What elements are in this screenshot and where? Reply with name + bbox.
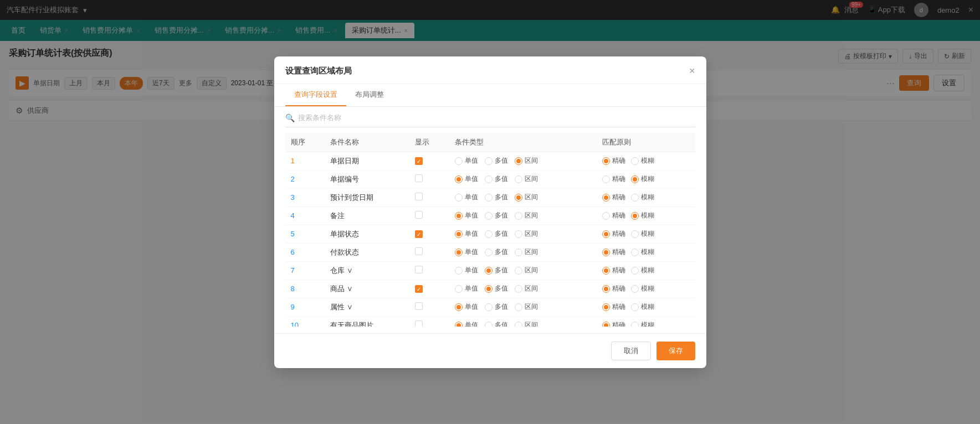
checkbox[interactable] [415, 247, 423, 255]
search-input[interactable] [298, 113, 409, 122]
row-condition-name: 属性 ∨ [325, 298, 409, 316]
radio-circle [631, 285, 639, 293]
radio-label: 多值 [495, 302, 508, 312]
row-display-checkbox[interactable] [409, 261, 449, 280]
radio-label: 模糊 [641, 211, 654, 220]
radio-circle [631, 249, 639, 256]
radio-type-multi[interactable]: 多值 [485, 174, 508, 184]
radio-type-multi[interactable]: 多值 [485, 320, 508, 327]
radio-circle [455, 285, 463, 293]
radio-match-fuzzy[interactable]: 模糊 [631, 266, 654, 275]
cancel-btn[interactable]: 取消 [611, 342, 651, 360]
radio-type-multi[interactable]: 多值 [485, 284, 508, 293]
radio-match-exact[interactable]: 精确 [602, 302, 625, 312]
radio-label: 模糊 [641, 320, 654, 327]
row-condition-type: 单值多值区间 [449, 206, 596, 225]
row-condition-name: 预计到货日期 [325, 188, 409, 206]
radio-match-exact[interactable]: 精确 [602, 284, 625, 293]
row-display-checkbox[interactable] [409, 225, 449, 243]
checkbox[interactable] [415, 157, 423, 165]
checkbox[interactable] [415, 193, 423, 200]
checkbox[interactable] [415, 230, 423, 238]
radio-type-single[interactable]: 单值 [455, 320, 478, 327]
radio-match-exact[interactable]: 精确 [602, 174, 625, 184]
row-condition-type: 单值多值区间 [449, 225, 596, 243]
checkbox[interactable] [415, 320, 423, 327]
radio-match-fuzzy[interactable]: 模糊 [631, 284, 654, 293]
radio-circle [631, 175, 639, 183]
dialog-tab-layout[interactable]: 布局调整 [346, 84, 393, 106]
radio-type-single[interactable]: 单值 [455, 211, 478, 220]
radio-type-single[interactable]: 单值 [455, 156, 478, 166]
row-display-checkbox[interactable] [409, 188, 449, 206]
dialog-close-btn[interactable]: × [689, 65, 695, 77]
row-display-checkbox[interactable] [409, 280, 449, 298]
radio-circle [515, 303, 522, 311]
radio-type-range[interactable]: 区间 [515, 174, 538, 184]
row-match-principle: 精确模糊 [597, 225, 695, 243]
radio-label: 区间 [525, 229, 538, 239]
radio-type-multi[interactable]: 多值 [485, 229, 508, 239]
radio-type-multi[interactable]: 多值 [485, 193, 508, 202]
radio-type-single[interactable]: 单值 [455, 284, 478, 293]
row-match-principle: 精确模糊 [597, 170, 695, 188]
radio-match-fuzzy[interactable]: 模糊 [631, 174, 654, 184]
radio-type-single[interactable]: 单值 [455, 229, 478, 239]
radio-match-fuzzy[interactable]: 模糊 [631, 302, 654, 312]
radio-type-range[interactable]: 区间 [515, 284, 538, 293]
radio-match-exact[interactable]: 精确 [602, 247, 625, 257]
checkbox[interactable] [415, 266, 423, 273]
radio-type-range[interactable]: 区间 [515, 193, 538, 202]
row-display-checkbox[interactable] [409, 170, 449, 188]
radio-type-multi[interactable]: 多值 [485, 302, 508, 312]
radio-type-range[interactable]: 区间 [515, 266, 538, 275]
row-display-checkbox[interactable] [409, 206, 449, 225]
radio-match-exact[interactable]: 精确 [602, 266, 625, 275]
radio-label: 精确 [612, 193, 625, 202]
radio-type-multi[interactable]: 多值 [485, 211, 508, 220]
row-display-checkbox[interactable] [409, 316, 449, 327]
radio-match-fuzzy[interactable]: 模糊 [631, 247, 654, 257]
dialog-title: 设置查询区域布局 [285, 66, 352, 76]
radio-circle [485, 303, 492, 311]
radio-label: 单值 [465, 211, 478, 220]
radio-type-range[interactable]: 区间 [515, 211, 538, 220]
radio-match-exact[interactable]: 精确 [602, 229, 625, 239]
radio-label: 精确 [612, 302, 625, 312]
radio-type-single[interactable]: 单值 [455, 193, 478, 202]
row-display-checkbox[interactable] [409, 243, 449, 261]
checkbox[interactable] [415, 285, 423, 293]
radio-type-range[interactable]: 区间 [515, 156, 538, 166]
radio-match-exact[interactable]: 精确 [602, 211, 625, 220]
radio-match-fuzzy[interactable]: 模糊 [631, 193, 654, 202]
radio-type-multi[interactable]: 多值 [485, 266, 508, 275]
radio-type-single[interactable]: 单值 [455, 174, 478, 184]
row-display-checkbox[interactable] [409, 298, 449, 316]
row-display-checkbox[interactable] [409, 152, 449, 170]
radio-match-fuzzy[interactable]: 模糊 [631, 156, 654, 166]
radio-match-fuzzy[interactable]: 模糊 [631, 211, 654, 220]
save-btn[interactable]: 保存 [656, 342, 695, 360]
radio-type-multi[interactable]: 多值 [485, 156, 508, 166]
radio-match-fuzzy[interactable]: 模糊 [631, 229, 654, 239]
radio-type-single[interactable]: 单值 [455, 247, 478, 257]
radio-type-single[interactable]: 单值 [455, 266, 478, 275]
radio-label: 模糊 [641, 174, 654, 184]
radio-type-range[interactable]: 区间 [515, 302, 538, 312]
dialog-tab-query-fields[interactable]: 查询字段设置 [285, 84, 346, 106]
radio-type-range[interactable]: 区间 [515, 229, 538, 239]
checkbox[interactable] [415, 174, 423, 182]
radio-match-exact[interactable]: 精确 [602, 156, 625, 166]
checkbox[interactable] [415, 211, 423, 219]
row-match-principle: 精确模糊 [597, 280, 695, 298]
radio-type-single[interactable]: 单值 [455, 302, 478, 312]
radio-match-exact[interactable]: 精确 [602, 320, 625, 327]
radio-type-range[interactable]: 区间 [515, 320, 538, 327]
radio-type-range[interactable]: 区间 [515, 247, 538, 257]
radio-match-fuzzy[interactable]: 模糊 [631, 320, 654, 327]
radio-circle [485, 194, 492, 201]
radio-label: 精确 [612, 266, 625, 275]
radio-type-multi[interactable]: 多值 [485, 247, 508, 257]
checkbox[interactable] [415, 302, 423, 310]
radio-match-exact[interactable]: 精确 [602, 193, 625, 202]
